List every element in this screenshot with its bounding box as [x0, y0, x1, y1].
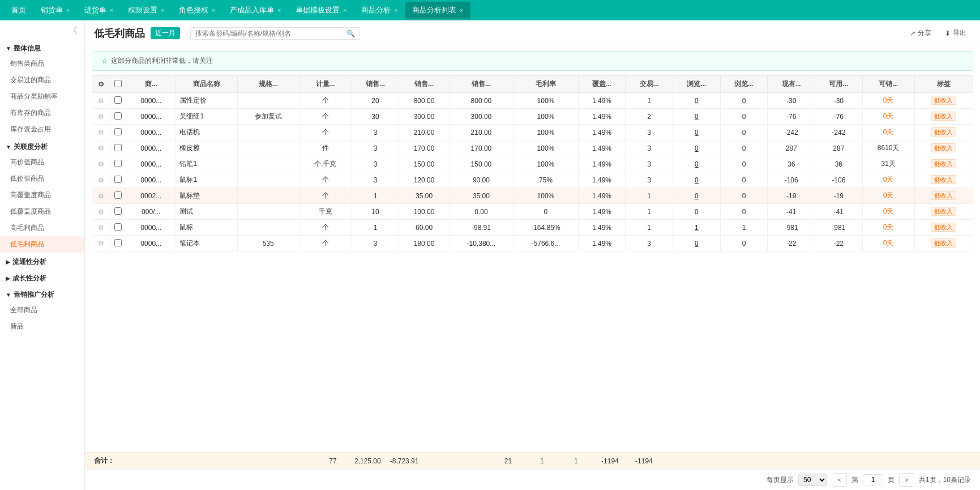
select-all-checkbox[interactable]	[114, 80, 122, 87]
row-checkbox[interactable]	[110, 93, 126, 109]
nav-close-product-in[interactable]: ×	[277, 7, 281, 14]
nav-item-template[interactable]: 单据模板设置 ×	[289, 2, 353, 19]
sidebar-item-high-value[interactable]: 高价值商品	[0, 154, 84, 171]
sidebar-collapse-btn[interactable]: 《	[69, 25, 78, 37]
col-tag[interactable]: 标签	[914, 76, 973, 93]
nav-close-analysis[interactable]: ×	[394, 7, 397, 14]
row-settings[interactable]: ⚙	[92, 93, 110, 109]
sidebar-item-high-margin[interactable]: 高毛利商品	[0, 220, 84, 236]
col-browse2[interactable]: 浏览...	[720, 76, 768, 93]
row-select-checkbox[interactable]	[114, 207, 122, 215]
sidebar-item-sales-goods[interactable]: 销售类商品	[0, 56, 84, 72]
row-select-checkbox[interactable]	[114, 112, 122, 120]
row-select-checkbox[interactable]	[114, 176, 122, 183]
sidebar-group-growth[interactable]: ▶ 成长性分析	[0, 269, 84, 286]
next-page-button[interactable]: ＞	[899, 473, 914, 487]
row-browse1[interactable]: 0	[673, 109, 721, 125]
row-checkbox[interactable]	[110, 172, 126, 188]
row-select-checkbox[interactable]	[114, 223, 122, 231]
col-current-stock[interactable]: 现有...	[768, 76, 815, 93]
row-settings[interactable]: ⚙	[92, 140, 110, 156]
page-size-select[interactable]: 50 20 100	[798, 474, 827, 486]
row-select-checkbox[interactable]	[114, 128, 122, 135]
prev-page-button[interactable]: ＜	[832, 473, 847, 487]
row-select-checkbox[interactable]	[114, 96, 122, 104]
col-sales-qty[interactable]: 销售...	[352, 76, 399, 93]
sidebar-item-stock-fund[interactable]: 库存资金占用	[0, 121, 84, 138]
nav-item-permissions[interactable]: 权限设置 ×	[121, 2, 171, 19]
sidebar-item-traded-goods[interactable]: 交易过的商品	[0, 72, 84, 88]
sidebar-item-new-goods[interactable]: 新品	[0, 318, 84, 335]
col-gross-margin[interactable]: 毛利率	[513, 76, 579, 93]
sidebar-item-stocked-goods[interactable]: 有库存的商品	[0, 105, 84, 121]
row-settings[interactable]: ⚙	[92, 172, 110, 188]
sidebar-item-category-rate[interactable]: 商品分类助销率	[0, 88, 84, 105]
sidebar-item-low-value[interactable]: 低价值商品	[0, 171, 84, 187]
sidebar-group-overall[interactable]: ▼ 整体信息	[0, 39, 84, 56]
col-unit[interactable]: 计量...	[299, 76, 352, 93]
sidebar-group-flow[interactable]: ▶ 流通性分析	[0, 253, 84, 269]
row-settings[interactable]: ⚙	[92, 156, 110, 172]
nav-close-purchase[interactable]: ×	[110, 7, 113, 14]
row-settings[interactable]: ⚙	[92, 125, 110, 140]
row-checkbox[interactable]	[110, 140, 126, 156]
date-badge[interactable]: 近一月	[151, 27, 180, 39]
row-browse1[interactable]: 0	[673, 140, 721, 156]
share-button[interactable]: ↗ 分享	[905, 26, 936, 40]
nav-item-roles[interactable]: 角色授权 ×	[172, 2, 222, 19]
row-checkbox[interactable]	[110, 109, 126, 125]
col-code[interactable]: 商...	[126, 76, 176, 93]
nav-item-sales[interactable]: 销货单 ×	[34, 2, 76, 19]
row-browse1[interactable]: 0	[673, 125, 721, 140]
nav-item-product-in[interactable]: 产成品入库单 ×	[223, 2, 288, 19]
row-settings[interactable]: ⚙	[92, 109, 110, 125]
sidebar-item-all-goods[interactable]: 全部商品	[0, 302, 84, 318]
col-coverage[interactable]: 覆盖...	[578, 76, 626, 93]
row-checkbox[interactable]	[110, 236, 126, 252]
search-box[interactable]: 🔍	[190, 27, 360, 40]
col-sales-price[interactable]: 销售...	[399, 76, 449, 93]
nav-close-permissions[interactable]: ×	[161, 7, 164, 14]
row-browse1[interactable]: 0	[673, 172, 721, 188]
search-icon[interactable]: 🔍	[346, 29, 355, 37]
row-checkbox[interactable]	[110, 156, 126, 172]
col-name[interactable]: 商品名称	[176, 76, 238, 93]
row-select-checkbox[interactable]	[114, 144, 122, 151]
row-checkbox[interactable]	[110, 204, 126, 220]
row-checkbox[interactable]	[110, 125, 126, 140]
sidebar-group-association[interactable]: ▼ 关联度分析	[0, 138, 84, 154]
col-spec[interactable]: 规格...	[237, 76, 299, 93]
row-browse1[interactable]: 0	[673, 188, 721, 204]
sidebar-item-low-coverage[interactable]: 低覆盖度商品	[0, 203, 84, 220]
col-checkbox[interactable]	[110, 76, 126, 93]
col-browse1[interactable]: 浏览...	[673, 76, 721, 93]
nav-close-roles[interactable]: ×	[212, 7, 215, 14]
row-checkbox[interactable]	[110, 188, 126, 204]
sidebar-group-marketing[interactable]: ▼ 营销推广分析	[0, 286, 84, 302]
row-checkbox[interactable]	[110, 220, 126, 236]
row-select-checkbox[interactable]	[114, 239, 122, 246]
col-saleable[interactable]: 可销...	[862, 76, 914, 93]
nav-close-analysis-list[interactable]: ×	[460, 7, 463, 14]
nav-item-purchase[interactable]: 进货单 ×	[78, 2, 120, 19]
export-button[interactable]: ⬇ 导出	[940, 26, 971, 40]
sidebar-item-low-margin[interactable]: 低毛利商品	[0, 236, 84, 253]
row-browse1[interactable]: 1	[673, 220, 721, 236]
nav-item-analysis[interactable]: 商品分析 ×	[354, 2, 404, 19]
row-settings[interactable]: ⚙	[92, 236, 110, 252]
row-select-checkbox[interactable]	[114, 191, 122, 199]
nav-item-analysis-list[interactable]: 商品分析列表 ×	[405, 2, 470, 19]
row-browse1[interactable]: 0	[673, 156, 721, 172]
search-input[interactable]	[195, 29, 346, 37]
col-available[interactable]: 可用...	[815, 76, 862, 93]
row-select-checkbox[interactable]	[114, 160, 122, 167]
sidebar-item-high-coverage[interactable]: 高覆盖度商品	[0, 187, 84, 203]
col-sales-profit[interactable]: 销售...	[449, 76, 513, 93]
row-browse1[interactable]: 0	[673, 93, 721, 109]
row-settings[interactable]: ⚙	[92, 188, 110, 204]
col-settings[interactable]: ⚙	[92, 76, 110, 93]
row-browse1[interactable]: 0	[673, 236, 721, 252]
row-settings[interactable]: ⚙	[92, 204, 110, 220]
col-transaction[interactable]: 交易...	[626, 76, 673, 93]
nav-close-template[interactable]: ×	[343, 7, 346, 14]
